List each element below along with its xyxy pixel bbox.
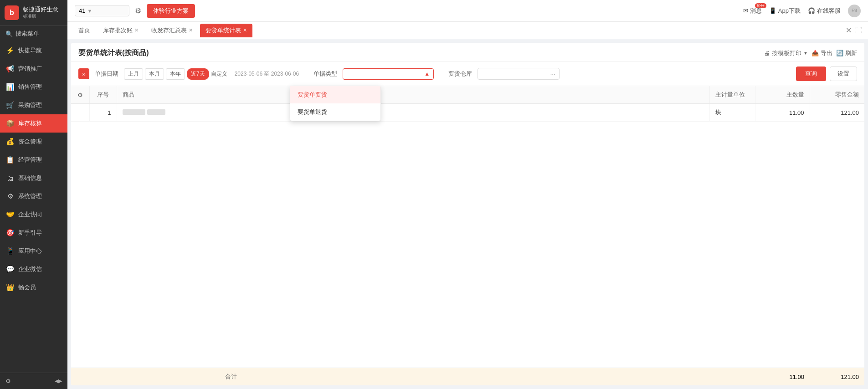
settings-icon[interactable]: ⚙ xyxy=(5,378,11,384)
sidebar-item-finance[interactable]: 💰资金管理 xyxy=(0,133,67,151)
app-download-btn[interactable]: 📱 App下载 xyxy=(769,7,801,15)
sidebar-item-wechat[interactable]: 💬企业微信 xyxy=(0,260,67,278)
warehouse-label: 要货仓库 xyxy=(448,70,472,78)
wechat-icon: 💬 xyxy=(5,265,15,274)
sidebar-item-app-center[interactable]: 📱应用中心 xyxy=(0,242,67,260)
sidebar: b 畅捷通好生意 标准版 🔍 搜索菜单 ⚡快捷导航📢营销推广📊销售管理🛒采购管理… xyxy=(0,0,67,389)
tab-receive-summary[interactable]: 收发存汇总表✕ xyxy=(146,24,198,37)
settings-btn[interactable]: 设置 xyxy=(830,67,857,81)
refresh-btn[interactable]: 🔄 刷新 xyxy=(836,49,857,57)
date-btn-up[interactable]: 上月 xyxy=(124,68,143,80)
sidebar-item-label: 销售管理 xyxy=(18,83,42,91)
sidebar-search[interactable]: 🔍 搜索菜单 xyxy=(0,26,67,41)
warehouse-input[interactable]: ··· xyxy=(478,68,560,80)
tab-label: 要货单统计表 xyxy=(205,26,241,35)
page-title: 要货单统计表(按商品) xyxy=(78,48,149,58)
table-row: 1 块 11.00 121.00 xyxy=(71,104,864,122)
tab-order-stats[interactable]: 要货单统计表✕ xyxy=(200,24,252,37)
tabs-actions: ✕ ⛶ xyxy=(846,26,863,35)
online-service-btn[interactable]: 🎧 在线客服 xyxy=(808,7,841,15)
quick-nav-icon: ⚡ xyxy=(5,46,15,55)
print-icon: 🖨 xyxy=(764,50,770,56)
dropdown-item-order-return[interactable]: 要货单退货 xyxy=(290,103,380,121)
date-btn-7days[interactable]: 近7天 xyxy=(187,68,209,80)
footer-qty: 11.00 xyxy=(750,374,804,380)
row-qty: 11.00 xyxy=(755,104,810,122)
topbar-left: 41 ▼ ⚙ 体验行业方案 xyxy=(75,4,738,18)
row-seq: 1 xyxy=(89,104,117,122)
export-icon: 📤 xyxy=(812,50,819,56)
th-seq: 序号 xyxy=(89,86,117,104)
vip-icon: 👑 xyxy=(5,283,15,292)
table-footer: 合计 11.00 121.00 xyxy=(71,368,864,385)
type-input-field[interactable] xyxy=(347,71,422,77)
sidebar-item-vip[interactable]: 👑畅会员 xyxy=(0,278,67,297)
date-btn-this[interactable]: 本月 xyxy=(145,68,164,80)
type-dropdown: 要货单要货 要货单退货 xyxy=(290,86,381,121)
sidebar-item-sales[interactable]: 📊销售管理 xyxy=(0,78,67,96)
query-btn[interactable]: 查询 xyxy=(796,67,826,81)
topbar-right: ✉ 消息 99+ 📱 App下载 🎧 在线客服 Rit xyxy=(743,5,861,17)
sidebar-item-enterprise[interactable]: 🤝企业协同 xyxy=(0,205,67,224)
operations-icon: 📋 xyxy=(5,155,15,164)
tab-close-btn[interactable]: ✕ xyxy=(189,27,193,33)
date-custom-btn[interactable]: 自定义 xyxy=(211,70,227,78)
type-input[interactable]: ▲ xyxy=(343,68,434,80)
messages-btn[interactable]: ✉ 消息 99+ xyxy=(743,7,762,15)
tab-home[interactable]: 首页 xyxy=(73,24,96,37)
sidebar-logo: b 畅捷通好生意 标准版 xyxy=(0,0,67,26)
guide-icon: 🎯 xyxy=(5,228,15,237)
tabs-container: 首页库存批次账✕收发存汇总表✕要货单统计表✕ xyxy=(73,24,844,37)
filter-expand-btn[interactable]: » xyxy=(78,68,89,79)
page-header: 要货单统计表(按商品) 🖨 按模板打印 ▼ 📤 导出 🔄 刷新 xyxy=(71,43,864,62)
settings-gear-icon[interactable]: ⚙ xyxy=(135,6,141,15)
date-btn-year[interactable]: 本年 xyxy=(166,68,185,80)
collapse-btn[interactable]: ◀▶ xyxy=(55,378,62,384)
sales-icon: 📊 xyxy=(5,82,15,92)
inventory-icon: 📦 xyxy=(5,119,15,128)
expand-tabs-btn[interactable]: ⛶ xyxy=(855,26,863,35)
th-amount: 零售金额 xyxy=(810,86,864,104)
tab-label: 首页 xyxy=(78,26,90,35)
date-range-btns: 上月 本月 本年 近7天 自定义 xyxy=(124,68,227,80)
sidebar-item-label: 快捷导航 xyxy=(18,46,42,55)
sidebar-item-system[interactable]: ⚙系统管理 xyxy=(0,187,67,205)
sidebar-item-base-info[interactable]: 🗂基础信息 xyxy=(0,169,67,187)
messages-badge: 99+ xyxy=(755,3,766,8)
sidebar-item-purchase[interactable]: 🛒采购管理 xyxy=(0,96,67,114)
user-avatar[interactable]: Rit xyxy=(848,5,861,17)
export-btn[interactable]: 📤 导出 xyxy=(812,49,832,57)
finance-icon: 💰 xyxy=(5,137,15,146)
th-product: 商品 xyxy=(117,86,709,104)
th-settings[interactable]: ⚙ xyxy=(71,86,89,104)
tab-stock-batch[interactable]: 库存批次账✕ xyxy=(98,24,144,37)
print-btn[interactable]: 🖨 按模板打印 ▼ xyxy=(764,49,808,57)
main-content: 41 ▼ ⚙ 体验行业方案 ✉ 消息 99+ 📱 App下载 🎧 在线客服 Ri… xyxy=(67,0,868,389)
store-selector[interactable]: 41 ▼ xyxy=(75,5,129,16)
app-logo-text: 畅捷通好生意 标准版 xyxy=(23,6,58,20)
sidebar-item-operations[interactable]: 📋经营管理 xyxy=(0,151,67,169)
sidebar-item-label: 系统管理 xyxy=(18,192,42,200)
sidebar-item-inventory[interactable]: 📦库存核算 xyxy=(0,114,67,133)
sidebar-item-quick-nav[interactable]: ⚡快捷导航 xyxy=(0,41,67,60)
trial-btn[interactable]: 体验行业方案 xyxy=(147,4,195,18)
sidebar-item-marketing[interactable]: 📢营销推广 xyxy=(0,60,67,78)
footer-label: 合计 xyxy=(225,373,237,381)
page-header-actions: 🖨 按模板打印 ▼ 📤 导出 🔄 刷新 xyxy=(764,49,857,57)
warehouse-input-field[interactable] xyxy=(482,71,548,77)
app-download-icon: 📱 xyxy=(769,7,776,14)
tab-close-btn[interactable]: ✕ xyxy=(134,27,139,33)
store-dropdown-icon: ▼ xyxy=(87,8,92,14)
close-all-tabs-btn[interactable]: ✕ xyxy=(846,26,852,35)
filter-bar: » 单据日期 上月 本月 本年 近7天 自定义 2023-05-06 至 202… xyxy=(71,62,864,86)
sidebar-item-label: 新手引导 xyxy=(18,229,42,237)
app-logo-icon: b xyxy=(5,5,19,20)
th-unit: 主计量单位 xyxy=(709,86,755,104)
headset-icon: 🎧 xyxy=(808,7,815,14)
sidebar-item-guide[interactable]: 🎯新手引导 xyxy=(0,224,67,242)
tab-close-btn[interactable]: ✕ xyxy=(243,27,247,33)
dropdown-item-order-goods[interactable]: 要货单要货 xyxy=(290,86,380,103)
enterprise-icon: 🤝 xyxy=(5,210,15,219)
page-content: 要货单统计表(按商品) 🖨 按模板打印 ▼ 📤 导出 🔄 刷新 xyxy=(71,43,864,385)
sidebar-item-label: 营销推广 xyxy=(18,65,42,73)
